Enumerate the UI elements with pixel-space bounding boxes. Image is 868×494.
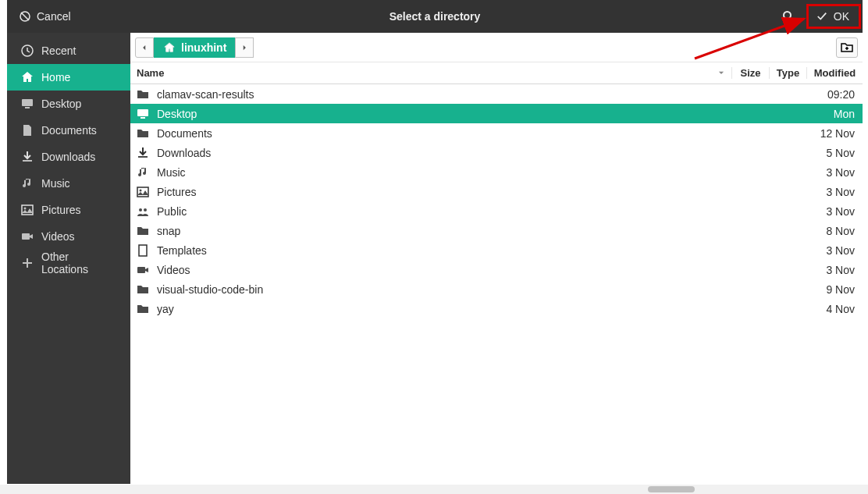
file-row[interactable]: yay4 Nov <box>130 299 863 318</box>
sidebar-item-label: Other Locations <box>41 251 116 275</box>
sidebar-item-label: Home <box>41 71 70 84</box>
ok-button[interactable]: OK <box>806 4 861 29</box>
sidebar-item-home[interactable]: Home <box>7 64 130 91</box>
video-icon <box>137 264 149 276</box>
desktop-icon <box>21 98 34 110</box>
ok-label: OK <box>834 10 849 23</box>
public-icon <box>137 205 149 218</box>
cancel-icon <box>18 9 32 23</box>
download-icon <box>137 147 149 159</box>
file-name: clamav-scan-results <box>157 88 254 101</box>
cancel-button[interactable]: Cancel <box>13 6 76 27</box>
folder-icon <box>137 88 149 101</box>
file-name: Pictures <box>157 186 197 198</box>
check-icon <box>815 9 829 23</box>
sidebar-item-other[interactable]: Other Locations <box>7 250 130 276</box>
home-icon <box>21 71 34 84</box>
music-icon <box>137 166 149 179</box>
file-name: snap <box>157 225 180 237</box>
file-modified: 3 Nov <box>806 186 863 198</box>
file-chooser-window: Cancel Select a directory OK RecentHomeD… <box>7 0 863 484</box>
file-modified: 4 Nov <box>806 303 863 315</box>
picture-icon <box>137 186 149 198</box>
file-name: yay <box>157 303 174 315</box>
folder-icon <box>137 127 149 140</box>
file-row[interactable]: Pictures3 Nov <box>130 182 863 201</box>
file-modified: 09:20 <box>806 88 863 101</box>
file-modified: 3 Nov <box>806 205 863 218</box>
file-row[interactable]: Templates3 Nov <box>130 240 863 260</box>
file-browser-main: linuxhint Name Size Type Modified clamav… <box>130 33 863 484</box>
sidebar-item-desktop[interactable]: Desktop <box>7 91 130 117</box>
header-size[interactable]: Size <box>731 67 769 79</box>
home-icon <box>162 41 176 55</box>
sidebar-item-recent[interactable]: Recent <box>7 37 130 64</box>
sort-indicator-icon <box>717 67 731 79</box>
file-modified: 3 Nov <box>806 264 863 276</box>
header-type[interactable]: Type <box>769 67 806 79</box>
file-row[interactable]: visual-studio-code-bin9 Nov <box>130 279 863 299</box>
video-icon <box>21 230 34 243</box>
file-row[interactable]: Downloads5 Nov <box>130 143 863 162</box>
cancel-label: Cancel <box>37 10 71 23</box>
file-row[interactable]: snap8 Nov <box>130 221 863 240</box>
path-back-button[interactable] <box>135 37 154 58</box>
sidebar-item-label: Desktop <box>41 98 81 110</box>
file-modified: 12 Nov <box>806 127 863 140</box>
file-modified: 3 Nov <box>806 166 863 179</box>
path-bar: linuxhint <box>130 33 863 62</box>
sidebar-item-label: Videos <box>41 230 75 243</box>
desktop-icon <box>137 108 149 120</box>
file-name: Public <box>157 205 187 218</box>
file-name: Desktop <box>157 108 197 120</box>
template-icon <box>137 244 149 257</box>
file-modified: 9 Nov <box>806 283 863 296</box>
file-name: visual-studio-code-bin <box>157 283 263 296</box>
sidebar-item-label: Downloads <box>41 151 95 163</box>
sidebar-item-label: Pictures <box>41 204 81 216</box>
file-row[interactable]: Documents12 Nov <box>130 123 863 143</box>
dialog-title: Select a directory <box>185 10 685 23</box>
path-current-label: linuxhint <box>181 41 226 54</box>
sidebar-item-label: Documents <box>41 124 97 137</box>
horizontal-scrollbar[interactable] <box>0 485 868 494</box>
file-name: Music <box>157 166 186 179</box>
file-modified: 5 Nov <box>806 147 863 159</box>
plus-icon <box>21 257 34 269</box>
sidebar-item-music[interactable]: Music <box>7 170 130 197</box>
sidebar-item-videos[interactable]: Videos <box>7 223 130 250</box>
document-icon <box>21 124 34 137</box>
header-modified[interactable]: Modified <box>806 67 863 79</box>
folder-icon <box>137 303 149 315</box>
header-bar: Cancel Select a directory OK <box>7 0 863 33</box>
sidebar-item-downloads[interactable]: Downloads <box>7 144 130 170</box>
new-folder-button[interactable] <box>836 37 858 58</box>
picture-icon <box>21 204 34 216</box>
places-sidebar: RecentHomeDesktopDocumentsDownloadsMusic… <box>7 33 130 484</box>
file-name: Videos <box>157 264 190 276</box>
download-icon <box>21 151 34 163</box>
clock-icon <box>21 44 34 57</box>
file-row[interactable]: Music3 Nov <box>130 162 863 182</box>
sidebar-item-documents[interactable]: Documents <box>7 117 130 144</box>
search-icon <box>781 9 795 23</box>
search-button[interactable] <box>777 6 800 27</box>
sidebar-item-label: Music <box>41 177 70 190</box>
file-modified: Mon <box>806 108 863 120</box>
file-name: Documents <box>157 127 212 140</box>
file-row[interactable]: Videos3 Nov <box>130 260 863 279</box>
file-modified: 3 Nov <box>806 244 863 257</box>
file-name: Downloads <box>157 147 211 159</box>
file-modified: 8 Nov <box>806 225 863 237</box>
folder-icon <box>137 283 149 296</box>
file-row[interactable]: clamav-scan-results09:20 <box>130 84 863 104</box>
header-name[interactable]: Name <box>130 67 731 79</box>
sidebar-item-pictures[interactable]: Pictures <box>7 197 130 223</box>
file-list: clamav-scan-results09:20DesktopMonDocume… <box>130 84 863 484</box>
sidebar-item-label: Recent <box>41 44 76 57</box>
file-row[interactable]: DesktopMon <box>130 104 863 123</box>
file-row[interactable]: Public3 Nov <box>130 201 863 221</box>
path-current-dir[interactable]: linuxhint <box>154 37 235 58</box>
path-forward-button[interactable] <box>235 37 254 58</box>
folder-icon <box>137 225 149 237</box>
